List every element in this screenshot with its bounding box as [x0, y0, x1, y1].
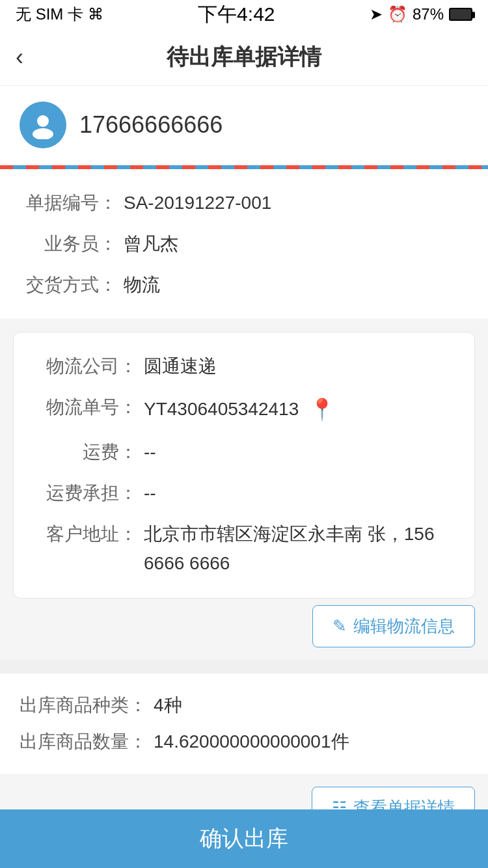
tracking-number-label: 物流单号： — [33, 393, 137, 422]
logistics-company-value: 圆通速递 — [137, 352, 455, 381]
salesperson-value: 曾凡杰 — [117, 230, 468, 259]
freight-bearer-row: 运费承担： -- — [33, 479, 455, 508]
confirm-button-bar[interactable]: 确认出库 — [0, 809, 488, 868]
delivery-method-label: 交货方式： — [20, 271, 117, 300]
back-button[interactable]: ‹ — [16, 44, 23, 71]
avatar — [20, 102, 66, 148]
freight-bearer-value: -- — [137, 479, 455, 508]
alarm-icon: ⏰ — [388, 5, 407, 23]
freight-label: 运费： — [33, 438, 137, 467]
goods-quantity-value: 14.620000000000001件 — [147, 729, 468, 754]
order-number-row: 单据编号： SA-20191227-001 — [20, 189, 468, 218]
address-row: 客户地址： 北京市市辖区海淀区永丰南 张，156 6666 6666 — [33, 520, 455, 578]
status-bar: 无 SIM 卡 ⌘ 下午4:42 ➤ ⏰ 87% — [0, 0, 488, 29]
order-info-section: 单据编号： SA-20191227-001 业务员： 曾凡杰 交货方式： 物流 — [0, 169, 488, 319]
logistics-card: 物流公司： 圆通速递 物流单号： YT4306405342413 📍 运费： -… — [13, 332, 475, 598]
edit-logistics-button[interactable]: ✎ 编辑物流信息 — [312, 605, 475, 647]
tracking-number-value: YT4306405342413 📍 — [137, 393, 455, 426]
svg-point-0 — [37, 115, 49, 127]
delivery-method-value: 物流 — [117, 271, 468, 300]
goods-type-row: 出库商品种类： 4种 — [20, 693, 468, 718]
salesperson-label: 业务员： — [20, 230, 117, 259]
nav-title: 待出库单据详情 — [167, 42, 321, 72]
logistics-company-row: 物流公司： 圆通速递 — [33, 352, 455, 381]
status-time: 下午4:42 — [198, 1, 275, 28]
edit-button-label: 编辑物流信息 — [353, 615, 455, 638]
battery-icon — [449, 8, 472, 21]
address-label: 客户地址： — [33, 520, 137, 549]
delivery-method-row: 交货方式： 物流 — [20, 271, 468, 300]
freight-value: -- — [137, 438, 455, 467]
goods-section: 出库商品种类： 4种 出库商品数量： 14.620000000000001件 — [0, 673, 488, 774]
nav-bar: ‹ 待出库单据详情 — [0, 29, 488, 86]
freight-bearer-label: 运费承担： — [33, 479, 137, 508]
edit-icon: ✎ — [332, 616, 347, 636]
order-number-label: 单据编号： — [20, 189, 117, 218]
edit-button-wrap: ✎ 编辑物流信息 — [0, 605, 488, 660]
confirm-button-label: 确认出库 — [200, 824, 288, 854]
salesperson-row: 业务员： 曾凡杰 — [20, 230, 468, 259]
logistics-company-label: 物流公司： — [33, 352, 137, 381]
customer-header: 17666666666 — [0, 86, 488, 164]
battery-text: 87% — [413, 5, 444, 23]
customer-phone: 17666666666 — [79, 111, 223, 139]
svg-point-1 — [33, 128, 53, 139]
goods-quantity-label: 出库商品数量： — [20, 729, 147, 754]
status-left: 无 SIM 卡 ⌘ — [16, 4, 103, 25]
freight-row: 运费： -- — [33, 438, 455, 467]
location-status: ➤ — [370, 5, 383, 23]
goods-type-value: 4种 — [147, 693, 468, 718]
address-value: 北京市市辖区海淀区永丰南 张，156 6666 6666 — [137, 520, 455, 578]
tracking-number-row: 物流单号： YT4306405342413 📍 — [33, 393, 455, 426]
status-right: ➤ ⏰ 87% — [370, 5, 472, 23]
order-number-value: SA-20191227-001 — [117, 189, 468, 218]
goods-quantity-row: 出库商品数量： 14.620000000000001件 — [20, 729, 468, 754]
goods-type-label: 出库商品种类： — [20, 693, 147, 718]
section-divider — [0, 660, 488, 673]
location-pin-icon[interactable]: 📍 — [309, 393, 335, 426]
